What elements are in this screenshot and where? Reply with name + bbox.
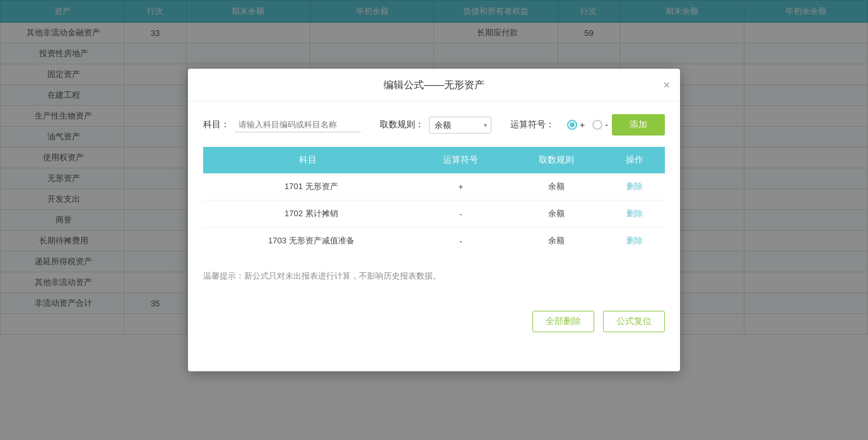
subject-input[interactable]: [235, 117, 361, 132]
delete-row-link[interactable]: 删除: [626, 209, 643, 218]
operator-plus-item[interactable]: +: [567, 120, 585, 130]
cell-formula-operator: -: [413, 200, 509, 228]
rule-select[interactable]: 余额 借方发生额 贷方发生额: [429, 117, 491, 134]
operator-minus-label: -: [605, 120, 608, 130]
operator-group: 运算符号： + -: [510, 119, 608, 130]
cell-formula-subject: 1703 无形资产减值准备: [203, 228, 413, 255]
cell-formula-rule: 余额: [508, 173, 604, 200]
th-rule: 取数规则: [508, 147, 604, 173]
modal-body: 科目： 取数规则： 余额 借方发生额 贷方发生额 ▾: [188, 101, 680, 304]
modal-footer: 全部删除 公式复位: [188, 304, 680, 345]
cell-formula-action: 删除: [604, 228, 665, 255]
formula-table-row: 1703 无形资产减值准备 - 余额 删除: [203, 228, 665, 255]
th-subject: 科目: [203, 147, 413, 173]
form-row: 科目： 取数规则： 余额 借方发生额 贷方发生额 ▾: [203, 114, 665, 136]
table-header-row: 科目 运算符号 取数规则 操作: [203, 147, 665, 173]
formula-table-row: 1701 无形资产 + 余额 删除: [203, 173, 665, 200]
modal-title: 编辑公式——无形资产: [384, 79, 484, 90]
cell-formula-action: 删除: [604, 200, 665, 228]
formula-table-body: 1701 无形资产 + 余额 删除 1702 累计摊销 - 余额 删除 1703…: [203, 173, 665, 254]
warning-text: 温馨提示：新公式只对未出报表进行计算，不影响历史报表数据。: [203, 267, 665, 292]
cell-formula-rule: 余额: [508, 200, 604, 228]
reset-formula-button[interactable]: 公式复位: [603, 311, 665, 332]
delete-all-button[interactable]: 全部删除: [532, 311, 594, 332]
delete-row-link[interactable]: 删除: [626, 182, 643, 191]
cell-formula-rule: 余额: [508, 228, 604, 255]
operator-plus-radio[interactable]: [567, 120, 577, 130]
cell-formula-operator: +: [413, 173, 509, 200]
subject-label: 科目：: [203, 119, 230, 130]
operator-minus-item[interactable]: -: [592, 120, 608, 130]
modal-close-button[interactable]: ×: [663, 79, 670, 91]
cell-formula-subject: 1701 无形资产: [203, 173, 413, 200]
cell-formula-operator: -: [413, 228, 509, 255]
rule-label: 取数规则：: [380, 119, 424, 130]
rule-section: 取数规则： 余额 借方发生额 贷方发生额 ▾: [380, 117, 491, 134]
th-operator: 运算符号: [413, 147, 509, 173]
modal-overlay: 编辑公式——无形资产 × 科目： 取数规则： 余额 借方发生额 贷方发生额: [0, 0, 868, 440]
edit-formula-modal: 编辑公式——无形资产 × 科目： 取数规则： 余额 借方发生额 贷方发生额: [188, 69, 680, 371]
cell-formula-subject: 1702 累计摊销: [203, 200, 413, 228]
operator-label: 运算符号：: [510, 119, 554, 130]
rule-select-wrap: 余额 借方发生额 贷方发生额 ▾: [429, 117, 491, 134]
operator-plus-label: +: [580, 120, 585, 130]
cell-formula-action: 删除: [604, 173, 665, 200]
th-action: 操作: [604, 147, 665, 173]
modal-header: 编辑公式——无形资产 ×: [188, 69, 680, 101]
add-button[interactable]: 添加: [612, 114, 665, 136]
operator-minus-radio[interactable]: [592, 120, 602, 130]
formula-table: 科目 运算符号 取数规则 操作 1701 无形资产 + 余额 删除 1702 累…: [203, 147, 665, 254]
delete-row-link[interactable]: 删除: [626, 236, 643, 245]
formula-table-row: 1702 累计摊销 - 余额 删除: [203, 200, 665, 228]
